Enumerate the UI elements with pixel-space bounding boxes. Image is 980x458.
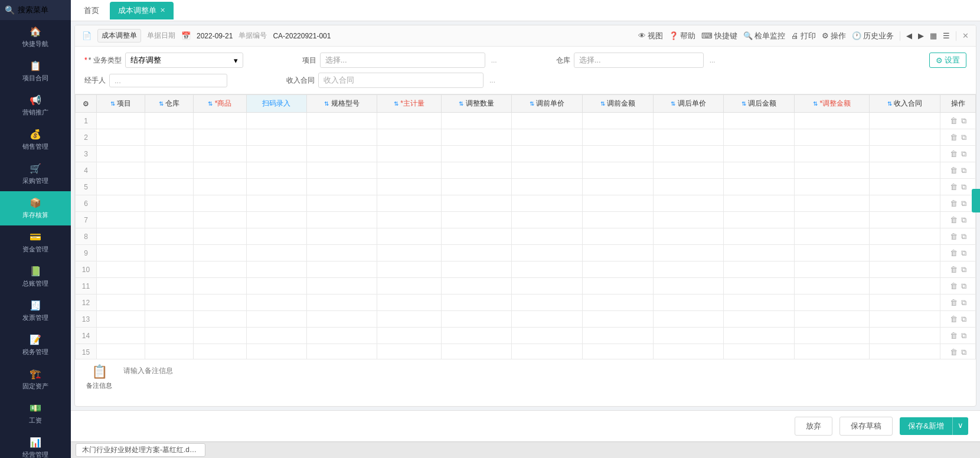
handler-input[interactable]: ... xyxy=(109,74,227,87)
sidebar-item-inventory[interactable]: 📦库存核算 xyxy=(0,191,71,225)
col-product[interactable]: ⇅ *商品 xyxy=(194,95,246,113)
delete-icon[interactable]: 🗑 xyxy=(950,331,958,341)
tab-home[interactable]: 首页 xyxy=(76,2,107,19)
notes-input[interactable] xyxy=(121,364,966,377)
copy-icon[interactable]: ⧉ xyxy=(961,348,966,357)
history-btn[interactable]: 🕐 历史业务 xyxy=(852,31,894,41)
delete-icon[interactable]: 🗑 xyxy=(950,265,958,274)
delete-icon[interactable]: 🗑 xyxy=(950,248,958,258)
delete-icon[interactable]: 🗑 xyxy=(950,215,958,225)
notes-icon-area: 📋 备注信息 xyxy=(84,364,114,390)
sidebar-item-quick-nav[interactable]: 🏠快捷导航 xyxy=(0,20,71,54)
review-btn[interactable]: 🔍 检单监控 xyxy=(743,31,785,41)
col-unit[interactable]: ⇅ *主计量 xyxy=(377,95,441,113)
delete-icon[interactable]: 🗑 xyxy=(950,149,958,159)
nav-prev-btn[interactable]: ◀ xyxy=(906,31,912,40)
business-type-select[interactable]: 结存调整 ▾ xyxy=(125,53,243,68)
copy-icon[interactable]: ⧉ xyxy=(961,215,966,225)
delete-icon[interactable]: 🗑 xyxy=(950,298,958,307)
col-income-contract[interactable]: ⇅ 收入合同 xyxy=(870,95,940,113)
delete-icon[interactable]: 🗑 xyxy=(950,282,958,291)
sidebar-search[interactable]: 🔍 搜索菜单 xyxy=(0,0,71,20)
delete-icon[interactable]: 🗑 xyxy=(950,182,958,192)
sidebar-item-finance[interactable]: 💳资金管理 xyxy=(0,225,71,260)
print-btn[interactable]: 🖨 打印 xyxy=(791,31,816,41)
close-btn[interactable]: ✕ xyxy=(962,31,969,40)
tab-cost-adjust[interactable]: 成本调整单✕ xyxy=(110,2,174,19)
delete-icon[interactable]: 🗑 xyxy=(950,232,958,241)
col-qty[interactable]: ⇅ 调整数量 xyxy=(441,95,512,113)
copy-icon[interactable]: ⧉ xyxy=(961,116,966,126)
project-input[interactable]: 选择... xyxy=(320,53,485,68)
sidebar-item-purchase[interactable]: 🛒采购管理 xyxy=(0,157,71,191)
taskbar-item[interactable]: 木门行业好业财处理方案-墓红红.doc - WPS Office xyxy=(76,443,205,457)
tab-close-cost-adjust[interactable]: ✕ xyxy=(160,6,165,14)
sidebar-item-tax[interactable]: 📝税务管理 xyxy=(0,328,71,362)
copy-icon[interactable]: ⧉ xyxy=(961,182,966,192)
discard-button[interactable]: 放弃 xyxy=(795,417,832,436)
ops-btn[interactable]: ⚙ 操作 xyxy=(822,31,846,41)
grid-container[interactable]: ⚙ ⇅ 项目 ⇅ 仓库 ⇅ *商品 扫码录入 ⇅ 规格型号 ⇅ *主计量 ⇅ 调… xyxy=(75,94,976,359)
delete-icon[interactable]: 🗑 xyxy=(950,315,958,324)
delete-icon[interactable]: 🗑 xyxy=(950,166,958,175)
col-spec[interactable]: ⇅ 规格型号 xyxy=(306,95,377,113)
save-draft-button[interactable]: 保存草稿 xyxy=(839,417,893,436)
delete-icon[interactable]: 🗑 xyxy=(950,116,958,126)
quick-nav-icon: 🏠 xyxy=(30,26,41,37)
save-new-button[interactable]: 保存&新增 ∨ xyxy=(900,417,968,435)
form-header: * 业务类型 结存调整 ▾ 项目 选择... ... 仓库 选 xyxy=(75,47,976,94)
copy-icon[interactable]: ⧉ xyxy=(961,232,966,241)
shortcut-btn[interactable]: ⌨ 快捷键 xyxy=(701,31,737,41)
col-warehouse[interactable]: ⇅ 仓库 xyxy=(145,95,194,113)
notes-section: 📋 备注信息 xyxy=(75,359,976,406)
col-settings[interactable]: ⚙ xyxy=(76,95,97,113)
copy-icon[interactable]: ⧉ xyxy=(961,282,966,291)
delete-icon[interactable]: 🗑 xyxy=(950,348,958,357)
nav-next-btn[interactable]: ▶ xyxy=(918,31,924,40)
sidebar-item-ops[interactable]: 📊经营管理 xyxy=(0,431,71,458)
warehouse-input[interactable]: 选择... xyxy=(574,53,704,68)
delete-icon[interactable]: 🗑 xyxy=(950,133,958,142)
sidebar-item-assets[interactable]: 🏗️固定资产 xyxy=(0,362,71,397)
col-before-amount[interactable]: ⇅ 调前金额 xyxy=(582,95,653,113)
copy-icon[interactable]: ⧉ xyxy=(961,315,966,324)
row-num-4: 4 xyxy=(76,162,97,179)
grid-view-btn[interactable]: ▦ xyxy=(930,31,937,40)
row-num-11: 11 xyxy=(76,278,97,295)
action-bar: 放弃 保存草稿 保存&新增 ∨ xyxy=(71,410,980,441)
sidebar-item-invoice[interactable]: 🧾发票管理 xyxy=(0,294,71,328)
copy-icon[interactable]: ⧉ xyxy=(961,265,966,274)
save-new-arrow[interactable]: ∨ xyxy=(953,417,968,435)
col-scan[interactable]: 扫码录入 xyxy=(246,95,306,113)
sidebar-item-salary[interactable]: 💵工资 xyxy=(0,397,71,431)
delete-icon[interactable]: 🗑 xyxy=(950,199,958,208)
copy-icon[interactable]: ⧉ xyxy=(961,248,966,258)
view-btn[interactable]: 👁 视图 xyxy=(638,31,663,41)
help-btn[interactable]: ❓ 帮助 xyxy=(669,31,695,41)
purchase-icon: 🛒 xyxy=(30,163,41,174)
sidebar-item-ledger[interactable]: 📗总账管理 xyxy=(0,260,71,294)
save-new-label[interactable]: 保存&新增 xyxy=(900,417,953,435)
col-project[interactable]: ⇅ 项目 xyxy=(97,95,145,113)
business-type-value: 结存调整 xyxy=(130,55,161,66)
col-adjust-amount[interactable]: ⇅ *调整金额 xyxy=(795,95,870,113)
copy-icon[interactable]: ⧉ xyxy=(961,149,966,159)
sidebar-item-project-contract[interactable]: 📋项目合同 xyxy=(0,54,71,89)
list-view-btn[interactable]: ☰ xyxy=(943,31,950,40)
table-row: 5🗑⧉ xyxy=(76,179,976,195)
copy-icon[interactable]: ⧉ xyxy=(961,133,966,142)
col-after-price[interactable]: ⇅ 调后单价 xyxy=(653,95,724,113)
side-handle[interactable] xyxy=(972,189,980,212)
col-after-amount[interactable]: ⇅ 调后金额 xyxy=(724,95,795,113)
income-contract-input[interactable]: 收入合同 xyxy=(318,73,484,88)
sidebar-item-marketing[interactable]: 📢营销推广 xyxy=(0,89,71,123)
sidebar-item-sales[interactable]: 💰销售管理 xyxy=(0,123,71,157)
copy-icon[interactable]: ⧉ xyxy=(961,166,966,175)
copy-icon[interactable]: ⧉ xyxy=(961,298,966,307)
copy-icon[interactable]: ⧉ xyxy=(961,331,966,341)
settings-btn[interactable]: ⚙ 设置 xyxy=(929,53,966,68)
row-num-12: 12 xyxy=(76,295,97,311)
inventory-icon: 📦 xyxy=(30,197,41,208)
col-before-price[interactable]: ⇅ 调前单价 xyxy=(512,95,583,113)
copy-icon[interactable]: ⧉ xyxy=(961,199,966,208)
